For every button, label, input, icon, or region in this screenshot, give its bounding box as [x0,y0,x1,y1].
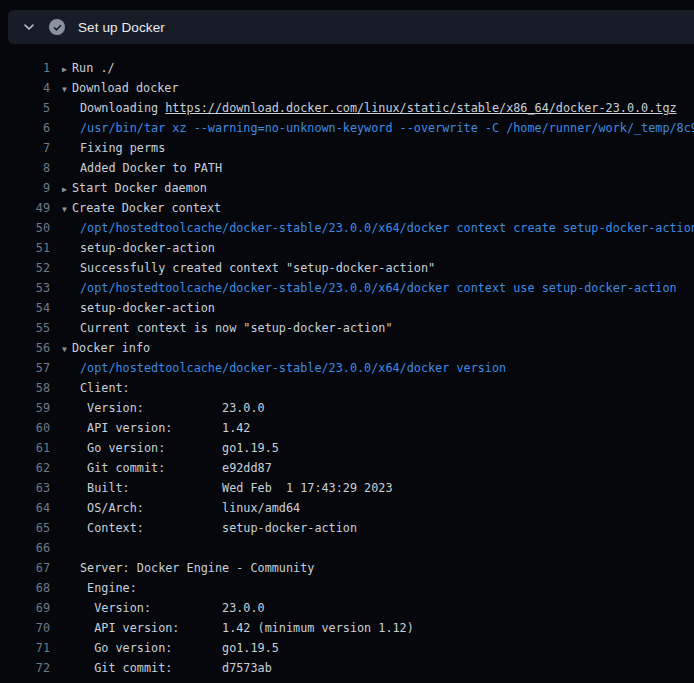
line-number[interactable]: 54 [0,301,50,315]
log-line: 5Downloading https://download.docker.com… [0,98,694,118]
log-text: Go version: go1.19.5 [80,441,279,455]
log-text: API version: 1.42 (minimum version 1.12) [80,621,414,635]
line-number[interactable]: 65 [0,521,50,535]
triangle-down-icon: ▼ [62,85,70,94]
log-group[interactable]: ▶Run ./ [62,61,115,75]
log-line: 61 Go version: go1.19.5 [0,438,694,458]
log-line: 58Client: [0,378,694,398]
log-text: OS/Arch: linux/amd64 [80,501,300,515]
log-text: Git commit: e92dd87 [80,461,272,475]
triangle-down-icon: ▼ [62,345,70,354]
line-number[interactable]: 4 [0,81,50,95]
log-line: 8Added Docker to PATH [0,158,694,178]
log-group[interactable]: ▼Download docker [62,81,179,95]
log-line: 50/opt/hostedtoolcache/docker-stable/23.… [0,218,694,238]
log-line: 51setup-docker-action [0,238,694,258]
line-number[interactable]: 66 [0,541,50,555]
log-text: Built: Wed Feb 1 17:43:29 2023 [80,481,393,495]
line-number[interactable]: 72 [0,661,50,675]
log-line: 69 Version: 23.0.0 [0,598,694,618]
check-circle-icon [49,19,65,35]
log-line: 70 API version: 1.42 (minimum version 1.… [0,618,694,638]
log-text: Version: 23.0.0 [80,601,265,615]
line-number[interactable]: 61 [0,441,50,455]
step-header[interactable]: Set up Docker [8,10,694,44]
group-title[interactable]: Start Docker daemon [72,181,207,195]
line-number[interactable]: 53 [0,281,50,295]
step-title: Set up Docker [78,20,165,35]
line-number[interactable]: 7 [0,141,50,155]
line-number[interactable]: 5 [0,101,50,115]
log-line: 64 OS/Arch: linux/amd64 [0,498,694,518]
group-title[interactable]: Docker info [72,341,150,355]
log-text: Successfully created context "setup-dock… [80,261,435,275]
line-number[interactable]: 55 [0,321,50,335]
log-group[interactable]: ▼Create Docker context [62,201,221,215]
log-line: 60 API version: 1.42 [0,418,694,438]
group-title[interactable]: Run ./ [72,61,115,75]
line-number[interactable]: 62 [0,461,50,475]
log-text: Git commit: d7573ab [80,661,272,675]
line-number[interactable]: 52 [0,261,50,275]
line-number[interactable]: 70 [0,621,50,635]
log-group-line: 56▼Docker info [0,338,694,358]
line-number[interactable]: 1 [0,61,50,75]
log-line: 68 Engine: [0,578,694,598]
line-number[interactable]: 69 [0,601,50,615]
log-group-line: 4▼Download docker [0,78,694,98]
log-line: 7Fixing perms [0,138,694,158]
log-group[interactable]: ▼Docker info [62,341,150,355]
line-number[interactable]: 50 [0,221,50,235]
log-link[interactable]: https://download.docker.com/linux/static… [165,101,676,115]
log-line: 53/opt/hostedtoolcache/docker-stable/23.… [0,278,694,298]
line-number[interactable]: 63 [0,481,50,495]
log-group-line: 9▶Start Docker daemon [0,178,694,198]
line-number[interactable]: 64 [0,501,50,515]
log-lines: 1▶Run ./4▼Download docker5Downloading ht… [0,58,694,678]
line-number[interactable]: 6 [0,121,50,135]
line-number[interactable]: 67 [0,561,50,575]
line-number[interactable]: 68 [0,581,50,595]
chevron-down-icon[interactable] [22,20,36,34]
log-command: /opt/hostedtoolcache/docker-stable/23.0.… [80,221,694,235]
log-line: 57/opt/hostedtoolcache/docker-stable/23.… [0,358,694,378]
triangle-right-icon: ▶ [62,65,70,74]
line-number[interactable]: 51 [0,241,50,255]
log-text: Added Docker to PATH [80,161,222,175]
log-line: 63 Built: Wed Feb 1 17:43:29 2023 [0,478,694,498]
line-number[interactable]: 8 [0,161,50,175]
log-text: Fixing perms [80,141,165,155]
line-number[interactable]: 60 [0,421,50,435]
line-number[interactable]: 58 [0,381,50,395]
log-group[interactable]: ▶Start Docker daemon [62,181,207,195]
log-line: 71 Go version: go1.19.5 [0,638,694,658]
group-title[interactable]: Download docker [72,81,179,95]
log-line: 54setup-docker-action [0,298,694,318]
log-line: 62 Git commit: e92dd87 [0,458,694,478]
log-text: Context: setup-docker-action [80,521,357,535]
line-number[interactable]: 49 [0,201,50,215]
line-number[interactable]: 56 [0,341,50,355]
log-text: Downloading https://download.docker.com/… [80,101,677,115]
line-number[interactable]: 71 [0,641,50,655]
log-group-line: 1▶Run ./ [0,58,694,78]
log-text: Version: 23.0.0 [80,401,265,415]
line-number[interactable]: 57 [0,361,50,375]
line-number[interactable]: 59 [0,401,50,415]
log-text: Go version: go1.19.5 [80,641,279,655]
log-line: 66 [0,538,694,558]
log-line: 67Server: Docker Engine - Community [0,558,694,578]
actions-log-panel: { "header": { "title": "Set up Docker", … [0,0,694,683]
log-command: /opt/hostedtoolcache/docker-stable/23.0.… [80,361,506,375]
log-line: 55Current context is now "setup-docker-a… [0,318,694,338]
log-line: 72 Git commit: d7573ab [0,658,694,678]
log-line: 59 Version: 23.0.0 [0,398,694,418]
log-text: Client: [80,381,130,395]
log-line: 65 Context: setup-docker-action [0,518,694,538]
log-text: Server: Docker Engine - Community [80,561,314,575]
line-number[interactable]: 9 [0,181,50,195]
log-group-line: 49▼Create Docker context [0,198,694,218]
triangle-down-icon: ▼ [62,205,70,214]
log-command: /opt/hostedtoolcache/docker-stable/23.0.… [80,281,677,295]
group-title[interactable]: Create Docker context [72,201,221,215]
